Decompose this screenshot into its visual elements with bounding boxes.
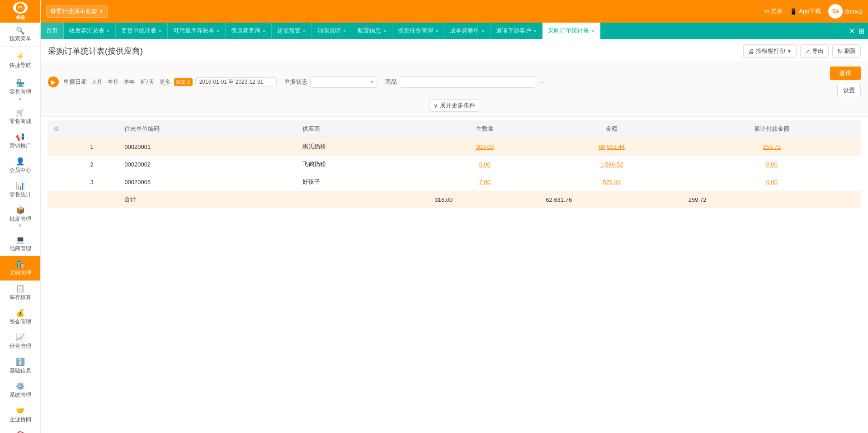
sidebar-search-item[interactable]: 🔍 搜索菜单: [0, 24, 40, 44]
date-tab-last-month[interactable]: 上月: [90, 77, 104, 87]
col-amount: 金额: [540, 120, 683, 138]
row-paid-amount-1[interactable]: 0.00: [683, 156, 861, 173]
filter-toggle-button[interactable]: ▶: [48, 76, 59, 87]
row-amount-1[interactable]: 1,586.52: [540, 156, 683, 173]
row-amount-0[interactable]: 60,519.44: [540, 138, 683, 156]
column-settings-icon[interactable]: ⚙: [53, 125, 59, 133]
ecommerce-icon: 💻: [16, 235, 25, 244]
company-dropdown[interactable]: 母婴行业演示账套 ▼: [46, 5, 108, 18]
tab-close-10[interactable]: ✕: [533, 29, 537, 33]
tab-close-3[interactable]: ✕: [216, 29, 220, 33]
tab-close-1[interactable]: ✕: [106, 29, 110, 33]
sidebar-item-retailstat[interactable]: 📊 零售统计: [0, 178, 40, 202]
sidebar-item-purchase[interactable]: 🛍️ 采购管理: [0, 256, 40, 281]
tab-peizhi[interactable]: 配置信息 ✕: [352, 23, 392, 39]
row-supplier-1: 飞鹤奶粉: [297, 156, 429, 173]
row-settings-1: [48, 156, 65, 173]
wholesale-arrow-icon: ▼: [18, 223, 23, 228]
sidebar-item-operations[interactable]: 📈 经营管理: [0, 329, 40, 354]
date-tab-this-year[interactable]: 本年: [122, 77, 137, 87]
table-wrapper: ⚙ 往来单位编码 供应商 主数量 金额 累计付款金额 1 00020001 惠氏…: [41, 117, 868, 433]
system-icon: ⚙️: [16, 382, 25, 390]
tab-close-6[interactable]: ✕: [343, 29, 346, 33]
row-no-2: 3: [65, 173, 119, 191]
row-no-1: 2: [65, 156, 119, 173]
retail-icon: 🏪: [16, 79, 25, 87]
sidebar-item-finance[interactable]: 💰 资金管理: [0, 305, 40, 329]
top-bar-left: 母婴行业演示账套 ▼: [46, 5, 108, 18]
sidebar-search-section: 🔍 搜索菜单: [0, 23, 40, 47]
tab-close-9[interactable]: ✕: [481, 29, 485, 33]
tab-expand-icon[interactable]: ⊞: [859, 27, 864, 35]
export-button[interactable]: ↗ 导出: [800, 44, 829, 58]
tab-close-2[interactable]: ✕: [158, 29, 162, 33]
row-main-qty-1[interactable]: 6.00: [429, 156, 541, 173]
tab-close-4[interactable]: ✕: [262, 29, 266, 33]
tab-gongnengshuo[interactable]: 功能说明 ✕: [312, 23, 352, 39]
row-paid-amount-2[interactable]: 0.00: [683, 173, 861, 191]
row-supplier-2: 好孩子: [297, 173, 429, 191]
tab-yaoqingxiayou[interactable]: 邀请下游客户 ✕: [491, 23, 542, 39]
filter-status-item: 单据状态: [284, 76, 378, 88]
tab-close-5[interactable]: ✕: [302, 29, 306, 33]
footer-main-qty: 316.00: [429, 191, 541, 209]
app-logo: 标题: [0, 0, 40, 23]
tab-chengben[interactable]: 成本调整单 ✕: [444, 23, 491, 39]
col-paid-amount: 累计付款金额: [683, 120, 861, 138]
row-paid-amount-0[interactable]: 259.72: [683, 138, 861, 156]
tab-baozhouqixun[interactable]: 保质期查询 ✕: [226, 23, 272, 39]
tab-yaohuodanjitongji[interactable]: 要货单统计表 ✕: [116, 23, 168, 39]
goods-more-icon[interactable]: ···: [538, 79, 547, 86]
settings-button[interactable]: 设置: [837, 84, 861, 97]
date-label: 单据日期: [63, 78, 87, 86]
date-range-input[interactable]: [195, 77, 277, 86]
refresh-button[interactable]: ↻ 刷新: [832, 44, 861, 58]
sidebar-item-retailmall[interactable]: 🛒 零售商城: [0, 105, 40, 129]
row-settings-0: [48, 138, 65, 156]
tab-bar-end: ✕ ⊞: [845, 23, 868, 39]
sidebar-item-basic[interactable]: ℹ️ 基础信息: [0, 354, 40, 378]
sidebar-item-newguide[interactable]: 🎯 新手引导: [0, 427, 40, 433]
col-settings: ⚙: [48, 120, 65, 138]
status-select[interactable]: [310, 76, 378, 88]
table-row: 3 00020005 好孩子 7.00 525.80 0.00: [48, 173, 861, 191]
tab-nhuorenwu[interactable]: 拣货任务管理 ✕: [392, 23, 444, 39]
sidebar-item-wholesale[interactable]: 📦 批发管理 ▼: [0, 202, 40, 232]
sidebar-item-member[interactable]: 👤 会员中心: [0, 153, 40, 178]
query-button[interactable]: 查询: [830, 67, 861, 80]
row-amount-2[interactable]: 525.80: [540, 173, 683, 191]
date-tab-7days[interactable]: 近7天: [138, 77, 156, 87]
collab-icon: 🤝: [16, 406, 25, 415]
app-download-btn[interactable]: 📱 App下载: [790, 7, 821, 15]
operations-icon: 📈: [16, 333, 25, 342]
sidebar-item-ecommerce[interactable]: 💻 电商管理: [0, 232, 40, 256]
tab-keyongliangsun[interactable]: 可用量库存账本 ✕: [168, 23, 226, 39]
tab-close-all-icon[interactable]: ✕: [849, 27, 855, 35]
sidebar-item-inventory[interactable]: 📋 库存核算: [0, 281, 40, 305]
tab-home[interactable]: 首页: [41, 23, 64, 39]
user-profile[interactable]: Ea demo2: [828, 4, 863, 19]
home-label: 首页: [46, 27, 58, 35]
tab-close-8[interactable]: ✕: [435, 29, 439, 33]
date-tab-more[interactable]: 更多: [158, 77, 172, 87]
row-main-qty-0[interactable]: 303.00: [429, 138, 541, 156]
sidebar-item-system[interactable]: ⚙️ 系统管理: [0, 378, 40, 403]
tab-shoufahuizong[interactable]: 收发存汇总表 ✕: [64, 23, 116, 39]
expand-conditions-button[interactable]: ∨ 展开更多条件: [429, 99, 479, 112]
sidebar-item-collab[interactable]: 🤝 企业协同: [0, 403, 40, 427]
tab-close-7[interactable]: ✕: [383, 29, 387, 33]
sidebar-quicknav-section: ⚡ 快捷导航: [0, 47, 40, 75]
date-tab-this-month[interactable]: 本月: [106, 77, 120, 87]
goods-input[interactable]: [400, 76, 535, 88]
sidebar-item-marketing[interactable]: 📢 营销推广: [0, 129, 40, 153]
sidebar-item-retail[interactable]: 🏪 零售管理 ▲: [0, 75, 40, 105]
tab-caigou[interactable]: 采购订单统计表 ✕: [542, 23, 600, 39]
tab-close-11[interactable]: ✕: [591, 29, 594, 33]
tab-chaochuyujing[interactable]: 超储预警 ✕: [272, 23, 312, 39]
table-body: 1 00020001 惠氏奶粉 303.00 60,519.44 259.72 …: [48, 138, 861, 191]
footer-supplier-empty: [297, 191, 429, 209]
print-button[interactable]: 🖨 按模板打印 ▼: [743, 44, 797, 58]
sidebar-item-quicknav[interactable]: ⚡ 快捷导航: [0, 48, 40, 73]
row-main-qty-2[interactable]: 7.00: [429, 173, 541, 191]
message-btn[interactable]: ✉ 消息: [764, 7, 783, 15]
